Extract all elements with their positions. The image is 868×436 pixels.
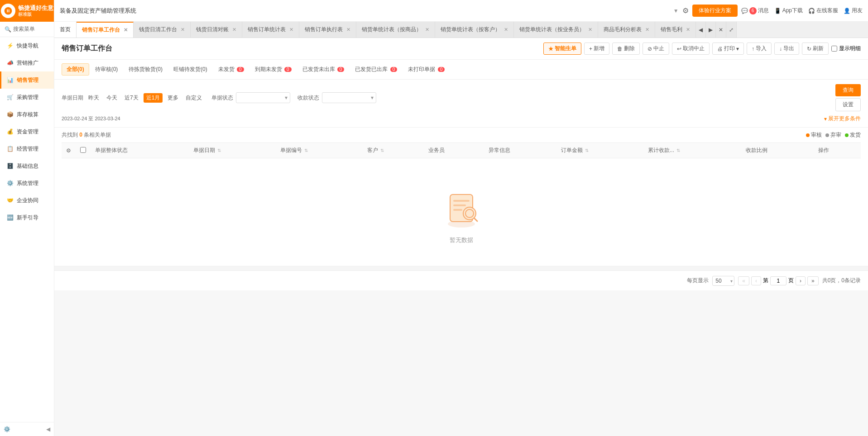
col-header-salesperson[interactable]: 业务员 bbox=[424, 143, 484, 158]
topbar-settings-icon[interactable]: ⚙ bbox=[682, 6, 689, 15]
industry-solution-button[interactable]: 体验行业方案 bbox=[692, 5, 738, 17]
stop-button[interactable]: ⊘ 中止 bbox=[643, 43, 669, 55]
sub-tab-pending-inspect[interactable]: 待拣货验货(0) bbox=[124, 63, 168, 76]
settings-gear-icon[interactable]: ⚙️ bbox=[4, 426, 10, 432]
horizontal-scrollbar[interactable] bbox=[54, 266, 868, 270]
tab-margin-analysis[interactable]: 商品毛利分析表 ✕ bbox=[598, 22, 655, 38]
collapse-icon[interactable]: ◀ bbox=[46, 426, 50, 432]
online-service-button[interactable]: 🎧 在线客服 bbox=[808, 7, 838, 14]
select-all-checkbox[interactable] bbox=[80, 147, 86, 153]
tab-sales-exec[interactable]: 销售订单执行表 ✕ bbox=[299, 22, 356, 38]
tab-scroll-left[interactable]: ◀ bbox=[696, 22, 706, 38]
sidebar-item-operations[interactable]: 📋 经营管理 bbox=[0, 140, 54, 157]
sidebar-item-guide[interactable]: 🆕 新手引导 bbox=[0, 209, 54, 226]
first-page-button[interactable]: « bbox=[738, 276, 749, 285]
tab-scroll-right[interactable]: ▶ bbox=[706, 22, 716, 38]
filter-date-custom[interactable]: 自定义 bbox=[183, 93, 204, 103]
tab-close-sales-stats-staff[interactable]: ✕ bbox=[588, 27, 592, 33]
tab-close-sales-stats[interactable]: ✕ bbox=[289, 27, 293, 33]
prev-page-button[interactable]: ‹ bbox=[751, 276, 761, 285]
sub-tab-shipped-not-warehoused[interactable]: 已发货未出库 0 bbox=[297, 63, 350, 76]
sidebar-item-sales[interactable]: 📊 销售管理 bbox=[0, 71, 54, 89]
tab-close-sales-workbench[interactable]: ✕ bbox=[124, 27, 128, 33]
sub-tab-not-printed[interactable]: 未打印单据 0 bbox=[403, 63, 450, 76]
tab-sales-stats[interactable]: 销售订单统计表 ✕ bbox=[242, 22, 299, 38]
tab-home[interactable]: 首页 bbox=[54, 22, 77, 38]
filter-date-yesterday[interactable]: 昨天 bbox=[86, 93, 101, 103]
filter-date-today[interactable]: 今天 bbox=[104, 93, 120, 103]
tab-close-sales-stats-product[interactable]: ✕ bbox=[425, 27, 429, 33]
tab-close-profit[interactable]: ✕ bbox=[686, 27, 690, 33]
sidebar-search[interactable]: 🔍 搜索菜单 bbox=[0, 22, 54, 37]
filter-date-more[interactable]: 更多 bbox=[165, 93, 181, 103]
settings-icon[interactable]: ⚙ bbox=[66, 147, 71, 154]
next-page-button[interactable]: › bbox=[796, 276, 806, 285]
filter-date-7days[interactable]: 近7天 bbox=[122, 93, 141, 103]
cancel-stop-button[interactable]: ↩ 取消中止 bbox=[672, 43, 710, 55]
tab-sales-profit[interactable]: 销售毛利 ✕ bbox=[655, 22, 696, 38]
sub-tab-shipped-warehoused[interactable]: 已发货已出库 0 bbox=[350, 63, 402, 76]
filter-expand-button[interactable]: ▾ 展开更多条件 bbox=[824, 115, 861, 123]
sidebar-item-purchase[interactable]: 🛒 采购管理 bbox=[0, 89, 54, 106]
refresh-button[interactable]: ↻ 刷新 bbox=[802, 43, 829, 55]
page-number-input[interactable] bbox=[770, 276, 786, 285]
tab-close-cash-reconcile[interactable]: ✕ bbox=[232, 27, 236, 33]
col-header-number[interactable]: 单据编号 ⇅ bbox=[276, 143, 363, 158]
sidebar-item-quick-nav[interactable]: ⚡ 快捷导航 bbox=[0, 37, 54, 54]
tab-close-sales-stats-customer[interactable]: ✕ bbox=[504, 27, 508, 33]
query-button[interactable]: 查询 bbox=[835, 84, 861, 96]
sub-tab-all[interactable]: 全部(0) bbox=[62, 63, 89, 76]
tab-close-cash-daily[interactable]: ✕ bbox=[181, 27, 185, 33]
add-button[interactable]: + 新增 bbox=[584, 43, 609, 55]
tab-sales-order-workbench[interactable]: 销售订单工作台 ✕ bbox=[77, 22, 134, 38]
col-settings[interactable]: ⚙ bbox=[62, 143, 76, 158]
tab-cash-daily[interactable]: 钱货日清工作台 ✕ bbox=[134, 22, 191, 38]
col-header-abnormal[interactable]: 异常信息 bbox=[484, 143, 556, 158]
sidebar-item-finance[interactable]: 💰 资金管理 bbox=[0, 123, 54, 140]
sub-tab-expired[interactable]: 到期未发货 0 bbox=[250, 63, 297, 76]
tab-close-margin[interactable]: ✕ bbox=[645, 27, 649, 33]
tab-close-sales-exec[interactable]: ✕ bbox=[346, 27, 350, 33]
col-header-received[interactable]: 累计收款... ⇅ bbox=[643, 143, 741, 158]
sub-tab-pending-review[interactable]: 待审核(0) bbox=[90, 63, 123, 76]
app-download-button[interactable]: 📱 App下载 bbox=[774, 7, 803, 14]
tab-sales-stats-product[interactable]: 销货单统计表（按商品） ✕ bbox=[356, 22, 435, 38]
cancel-review-action-button[interactable]: 弃审 bbox=[825, 131, 841, 139]
tab-close-all[interactable]: ✕ bbox=[716, 22, 726, 38]
tab-sales-stats-staff[interactable]: 销货单统计表（按业务员） ✕ bbox=[514, 22, 598, 38]
col-header-status[interactable]: 单据整体状态 bbox=[91, 143, 189, 158]
review-action-button[interactable]: 审核 bbox=[806, 131, 822, 139]
sidebar-item-basic[interactable]: 🗄️ 基础信息 bbox=[0, 157, 54, 175]
print-button[interactable]: 🖨 打印 ▾ bbox=[712, 43, 744, 55]
tab-cash-reconcile[interactable]: 钱货日清对账 ✕ bbox=[191, 22, 242, 38]
filter-payment-select[interactable] bbox=[322, 92, 376, 103]
import-button[interactable]: ↑ 导入 bbox=[747, 43, 772, 55]
smart-generate-button[interactable]: ★ 智能生单 bbox=[543, 43, 581, 55]
col-header-ratio[interactable]: 收款比例 bbox=[741, 143, 814, 158]
ship-action-button[interactable]: 发货 bbox=[845, 131, 861, 139]
show-detail-label[interactable]: 显示明细 bbox=[831, 45, 861, 52]
message-button[interactable]: 💬 6 消息 bbox=[741, 7, 769, 14]
sidebar-item-marketing[interactable]: 📣 营销推广 bbox=[0, 54, 54, 71]
filter-status-select[interactable] bbox=[236, 92, 290, 103]
show-detail-checkbox[interactable] bbox=[831, 46, 837, 52]
user-button[interactable]: 👤 用友 bbox=[844, 7, 863, 14]
delete-button[interactable]: 🗑 删除 bbox=[612, 43, 640, 55]
filter-date-1month[interactable]: 近1月 bbox=[144, 93, 163, 103]
tab-maximize[interactable]: ⤢ bbox=[726, 22, 737, 38]
setting-button[interactable]: 设置 bbox=[835, 98, 861, 111]
col-checkbox[interactable] bbox=[76, 143, 91, 158]
tab-sales-stats-customer[interactable]: 销货单统计表（按客户） ✕ bbox=[435, 22, 514, 38]
col-header-amount[interactable]: 订单金额 ⇅ bbox=[556, 143, 643, 158]
sidebar-item-enterprise[interactable]: 🤝 企业协同 bbox=[0, 192, 54, 209]
sub-tab-wangpu[interactable]: 旺铺待发货(0) bbox=[168, 63, 212, 76]
sidebar-item-system[interactable]: ⚙️ 系统管理 bbox=[0, 175, 54, 192]
message-badge: 6 bbox=[749, 7, 757, 14]
last-page-button[interactable]: » bbox=[807, 276, 819, 285]
page-size-select[interactable]: 20 50 100 bbox=[712, 276, 734, 286]
export-button[interactable]: ↓ 导出 bbox=[774, 43, 799, 55]
col-header-customer[interactable]: 客户 ⇅ bbox=[363, 143, 424, 158]
sub-tab-not-shipped[interactable]: 未发货 0 bbox=[213, 63, 249, 76]
col-header-date[interactable]: 单据日期 ⇅ bbox=[189, 143, 276, 158]
sidebar-item-inventory[interactable]: 📦 库存核算 bbox=[0, 106, 54, 123]
